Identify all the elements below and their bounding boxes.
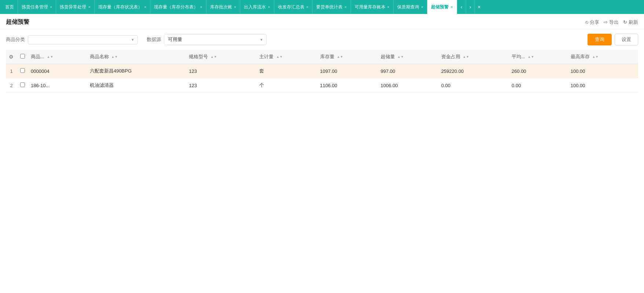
page-header: 超储预警 ⎋ 分享 ⇨ 导出 ↻ 刷新 [0,14,644,29]
row-checkbox[interactable] [20,82,25,87]
col-unit: 主计量 ▲▼ [256,50,317,64]
close-tab-task-mgmt[interactable]: × [50,5,52,9]
col-stock: 库存量 ▲▼ [317,50,378,64]
nav-arrow-right[interactable]: › [466,0,475,14]
row-avg: 260.00 [509,64,568,78]
row-avg: 0.00 [509,78,568,93]
sort-icon-capital[interactable]: ▲▼ [463,55,469,59]
row-num: 2 [6,78,17,93]
col-checkbox [17,50,28,64]
row-checkbox-cell [17,64,28,78]
col-spec: 规格型号 ▲▼ [186,50,256,64]
refresh-icon: ↻ [623,19,627,25]
table-row: 1 0000004 六配套新昌490BPG 123 套 1097.00 997.… [6,64,638,78]
sort-icon-spec[interactable]: ▲▼ [211,55,217,59]
sort-icon-max-stock[interactable]: ▲▼ [592,55,599,59]
sort-icon-product-name[interactable]: ▲▼ [111,55,118,59]
close-tab-stock-dist[interactable]: × [200,5,202,9]
row-product-code: 0000004 [28,64,87,78]
top-nav: 首页 拣货任务管理 × 拣货异常处理 × 现存量（库存状况表） × 现存量（库存… [0,0,644,14]
page-content: 超储预警 ⎋ 分享 ⇨ 导出 ↻ 刷新 商品分类 ▾ 数据源 [0,14,644,293]
row-product-name: 六配套新昌490BPG [87,64,186,78]
col-max-stock: 最高库存 ▲▼ [568,50,638,64]
row-capital: 0.00 [438,78,509,93]
nav-arrow-left[interactable]: ‹ [457,0,466,14]
table-container: ⚙ 商品... ▲▼ 商品名称 ▲▼ 规格型号 ▲▼ [0,50,644,93]
chevron-down-icon-2: ▾ [260,37,263,42]
tab-receive-summary[interactable]: 收发存汇总表 × [274,0,312,14]
row-stock: 1106.00 [317,78,378,93]
row-overstock: 1006.00 [378,78,438,93]
settings-icon[interactable]: ⚙ [9,54,14,60]
close-tab-receive-summary[interactable]: × [306,5,308,9]
row-unit: 套 [256,64,317,78]
page-title: 超储预警 [6,18,29,26]
close-tab-quality-check[interactable]: × [421,5,423,9]
sort-icon-overstock[interactable]: ▲▼ [397,55,404,59]
row-stock: 1097.00 [317,64,378,78]
close-tab-batch-account[interactable]: × [234,5,236,9]
tab-inout-flow[interactable]: 出入库流水 × [240,0,274,14]
share-button[interactable]: ⎋ 分享 [585,19,599,26]
col-settings: ⚙ [6,50,17,64]
sort-icon-stock[interactable]: ▲▼ [337,55,343,59]
sort-icon-unit[interactable]: ▲▼ [276,55,283,59]
row-spec: 123 [186,78,256,93]
refresh-button[interactable]: ↻ 刷新 [623,19,638,26]
tab-stock-dist[interactable]: 现存量（库存分布表） × [150,0,206,14]
row-max-stock: 100.00 [568,64,638,78]
filter-category: 商品分类 ▾ [6,35,138,44]
filter-buttons: 查询 设置 [588,34,638,45]
category-label: 商品分类 [6,36,25,43]
row-checkbox[interactable] [20,68,25,73]
row-max-stock: 100.00 [568,78,638,93]
col-product-code: 商品... ▲▼ [28,50,87,64]
tab-batch-account[interactable]: 库存批次账 × [206,0,240,14]
settings-button[interactable]: 设置 [615,34,638,45]
col-overstock: 超储量 ▲▼ [378,50,438,64]
close-tab-stock-status[interactable]: × [144,5,146,9]
nav-arrow-close[interactable]: × [475,0,483,14]
tab-task-mgmt[interactable]: 拣货任务管理 × [18,0,56,14]
tab-abnormal[interactable]: 拣货异常处理 × [56,0,94,14]
row-num: 1 [6,64,17,78]
main-table: ⚙ 商品... ▲▼ 商品名称 ▲▼ 规格型号 ▲▼ [6,50,638,93]
chevron-down-icon: ▾ [132,37,134,42]
filter-area: 商品分类 ▾ 数据源 可用量 ▾ 查询 设置 [0,29,644,50]
row-overstock: 997.00 [378,64,438,78]
table-header-row: ⚙ 商品... ▲▼ 商品名称 ▲▼ 规格型号 ▲▼ [6,50,638,64]
col-product-name: 商品名称 ▲▼ [87,50,186,64]
close-tab-abnormal[interactable]: × [88,5,90,9]
tab-quality-check[interactable]: 保质期查询 × [394,0,427,14]
export-button[interactable]: ⇨ 导出 [604,19,619,26]
sort-icon-avg[interactable]: ▲▼ [528,55,534,59]
col-capital: 资金占用 ▲▼ [438,50,509,64]
tab-home[interactable]: 首页 [1,0,18,14]
close-tab-available-account[interactable]: × [387,5,389,9]
tab-available-account[interactable]: 可用量库存账本 × [351,0,394,14]
header-actions: ⎋ 分享 ⇨ 导出 ↻ 刷新 [585,19,638,26]
row-capital: 259220.00 [438,64,509,78]
table-row: 2 186-10... 机油滤清器 123 个 1106.00 1006.00 … [6,78,638,93]
category-select[interactable]: ▾ [28,35,138,44]
sort-icon-product-code[interactable]: ▲▼ [47,55,53,59]
close-tab-inout-flow[interactable]: × [268,5,270,9]
row-product-code: 186-10... [28,78,87,93]
datasource-select[interactable]: 可用量 ▾ [164,34,267,45]
filter-datasource: 数据源 可用量 ▾ [147,34,267,45]
row-spec: 123 [186,64,256,78]
datasource-label: 数据源 [147,36,161,43]
tab-overstock-warning[interactable]: 超储预警 × [427,0,457,14]
datasource-select-value: 可用量 [168,36,182,43]
tab-stock-status[interactable]: 现存量（库存状况表） × [95,0,150,14]
close-tab-overstock-warning[interactable]: × [450,5,453,9]
row-checkbox-cell [17,78,28,93]
col-avg: 平均... ▲▼ [509,50,568,64]
share-icon: ⎋ [585,19,588,25]
export-icon: ⇨ [604,19,608,25]
row-product-name: 机油滤清器 [87,78,186,93]
close-tab-order-stats[interactable]: × [344,5,347,9]
tab-order-stats[interactable]: 要货单统计表 × [312,0,351,14]
select-all-checkbox[interactable] [20,54,25,59]
query-button[interactable]: 查询 [588,34,612,45]
